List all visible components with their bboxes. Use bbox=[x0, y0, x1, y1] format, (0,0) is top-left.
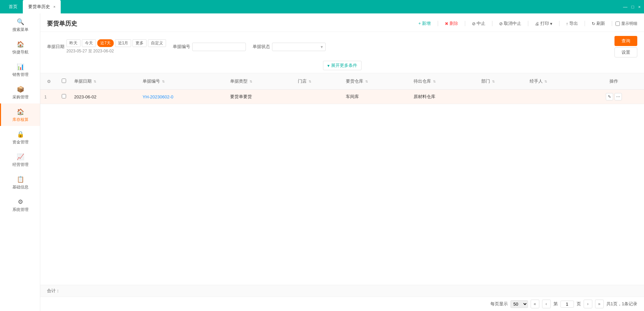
footer-total: 合计： bbox=[47, 288, 60, 293]
table-header-row: ⚙ 单据日期 ⇅ 单据编号 ⇅ bbox=[40, 73, 644, 90]
page-title: 要货单历史 bbox=[47, 19, 77, 28]
show-detail-checkbox-label[interactable]: 显示明细 bbox=[615, 21, 637, 27]
sort-bill-type-icon: ⇅ bbox=[250, 80, 252, 83]
date-btn-today[interactable]: 今天 bbox=[82, 39, 96, 47]
refresh-icon: ↻ bbox=[592, 21, 595, 26]
content-area: 要货单历史 + 新增 ✖ 删除 ⊘ 中止 ⊘ bbox=[40, 13, 644, 311]
sidebar-search-label: 搜索菜单 bbox=[12, 27, 29, 33]
sidebar-item-basic-info[interactable]: 📋 基础信息 bbox=[0, 171, 40, 193]
home-tab-label: 首页 bbox=[9, 4, 17, 10]
sidebar-item-inventory[interactable]: 🏠 库存核算 bbox=[0, 103, 40, 126]
system-icon: ⚙ bbox=[18, 198, 23, 206]
refresh-button[interactable]: ↻ 刷新 bbox=[588, 19, 608, 28]
filter-area: 单据日期 昨天 今天 近7天 近1月 更多 自定义 2023-05-27 至 2… bbox=[40, 32, 644, 73]
export-button[interactable]: ↑ 导出 bbox=[563, 19, 582, 28]
query-button[interactable]: 查询 bbox=[614, 36, 637, 46]
th-dept: 部门 ⇅ bbox=[477, 73, 525, 90]
edit-icon-btn[interactable]: ✎ bbox=[606, 93, 613, 100]
page-header-actions: + 新增 ✖ 删除 ⊘ 中止 ⊘ 取消中止 bbox=[415, 19, 637, 28]
first-page-btn[interactable]: « bbox=[531, 300, 539, 308]
new-button[interactable]: + 新增 bbox=[415, 19, 434, 28]
row-num: 1 bbox=[40, 90, 58, 104]
maximize-icon[interactable]: □ bbox=[632, 4, 634, 9]
close-icon[interactable]: × bbox=[638, 4, 641, 9]
show-detail-checkbox[interactable] bbox=[615, 21, 620, 26]
sidebar-basic-info-label: 基础信息 bbox=[12, 184, 29, 190]
export-icon: ↑ bbox=[566, 21, 569, 26]
sidebar: 🔍 搜索菜单 🏠 快捷导航 📊 销售管理 📦 采购管理 🏠 库存核算 🔒 资金管… bbox=[0, 13, 40, 311]
sidebar-item-sales[interactable]: 📊 销售管理 bbox=[0, 58, 40, 81]
bill-history-tab-label: 要货单历史 bbox=[28, 4, 50, 10]
cell-req-warehouse: 车间库 bbox=[342, 90, 410, 104]
sidebar-sales-label: 销售管理 bbox=[12, 72, 29, 78]
sort-handler-icon: ⇅ bbox=[544, 80, 547, 83]
pagination-bar: 每页显示 50 100 « ‹ 第 页 › » 共1页，1条记录 bbox=[40, 297, 644, 311]
last-page-btn[interactable]: » bbox=[595, 300, 604, 308]
sidebar-item-purchase[interactable]: 📦 采购管理 bbox=[0, 81, 40, 103]
cancel-stop-button[interactable]: ⊘ 取消中止 bbox=[496, 19, 525, 28]
sidebar-item-operations[interactable]: 📈 经营管理 bbox=[0, 148, 40, 171]
next-page-btn[interactable]: › bbox=[584, 300, 592, 308]
operations-icon: 📈 bbox=[17, 153, 24, 161]
date-filter-label: 单据日期 bbox=[47, 44, 64, 50]
finance-icon: 🔒 bbox=[17, 131, 24, 138]
expand-more-button[interactable]: ▾ 展开更多条件 bbox=[323, 61, 362, 70]
date-btn-more[interactable]: 更多 bbox=[132, 39, 147, 47]
sidebar-item-quicknav[interactable]: 🏠 快捷导航 bbox=[0, 36, 40, 58]
cancel-stop-icon: ⊘ bbox=[499, 21, 503, 26]
date-btn-1month[interactable]: 近1月 bbox=[115, 39, 131, 47]
expand-more-icon: ▾ bbox=[327, 63, 330, 68]
more-op-btn[interactable]: ⋯ bbox=[614, 93, 622, 100]
bill-no-link[interactable]: YH-20230602-0 bbox=[143, 94, 173, 99]
delete-button[interactable]: ✖ 删除 bbox=[441, 19, 462, 28]
th-bill-no: 单据编号 ⇅ bbox=[139, 73, 226, 90]
window-controls: — □ × bbox=[623, 4, 641, 9]
print-dropdown-icon: ▾ bbox=[550, 21, 552, 26]
status-filter: 单据状态 ▾ bbox=[253, 43, 326, 51]
row-checkbox[interactable] bbox=[62, 94, 66, 98]
filter-actions: 查询 设置 bbox=[614, 36, 637, 57]
date-btn-yesterday[interactable]: 昨天 bbox=[66, 39, 80, 47]
page-size-select[interactable]: 50 100 bbox=[511, 300, 528, 308]
setting-button[interactable]: 设置 bbox=[614, 47, 637, 57]
close-tab-icon[interactable]: × bbox=[53, 5, 55, 9]
sort-dept-icon: ⇅ bbox=[492, 80, 495, 83]
sort-store-icon: ⇅ bbox=[309, 80, 311, 83]
page-header: 要货单历史 + 新增 ✖ 删除 ⊘ 中止 ⊘ bbox=[40, 13, 644, 32]
th-pending-warehouse: 待出仓库 ⇅ bbox=[410, 73, 477, 90]
bill-no-label: 单据编号 bbox=[173, 44, 190, 50]
bill-no-input[interactable] bbox=[192, 43, 246, 51]
tab-bill-history[interactable]: 要货单历史 × bbox=[23, 0, 61, 13]
th-handler: 经手人 ⇅ bbox=[526, 73, 584, 90]
row-checkbox-cell bbox=[58, 90, 70, 104]
cell-date: 2023-06-02 bbox=[70, 90, 139, 104]
th-req-warehouse: 要货仓库 ⇅ bbox=[342, 73, 410, 90]
stop-button[interactable]: ⊘ 中止 bbox=[469, 19, 489, 28]
sidebar-item-finance[interactable]: 🔒 资金管理 bbox=[0, 126, 40, 148]
select-all-checkbox[interactable] bbox=[62, 79, 66, 83]
sort-bill-no-icon: ⇅ bbox=[162, 80, 165, 83]
sort-pending-warehouse-icon: ⇅ bbox=[433, 80, 436, 83]
table-settings-icon[interactable]: ⚙ bbox=[44, 77, 54, 86]
page-label-after: 页 bbox=[577, 301, 581, 307]
sort-req-warehouse-icon: ⇅ bbox=[365, 80, 368, 83]
table-row: 1 2023-06-02 YH-20230602-0 要货单要货 车间库 bbox=[40, 90, 644, 104]
print-button[interactable]: 🖨 打印 ▾ bbox=[532, 19, 556, 28]
per-page-label: 每页显示 bbox=[490, 301, 508, 307]
tab-home[interactable]: 首页 bbox=[3, 0, 23, 13]
prev-page-btn[interactable]: ‹ bbox=[542, 300, 551, 308]
date-btn-custom[interactable]: 自定义 bbox=[148, 39, 166, 47]
page-number-input[interactable] bbox=[560, 301, 574, 308]
sidebar-item-search[interactable]: 🔍 搜索菜单 bbox=[0, 13, 40, 36]
status-select[interactable] bbox=[272, 43, 326, 51]
filter-row: 单据日期 昨天 今天 近7天 近1月 更多 自定义 2023-05-27 至 2… bbox=[47, 36, 637, 57]
cell-bill-type: 要货单要货 bbox=[226, 90, 294, 104]
page-label-before: 第 bbox=[553, 301, 558, 307]
table-footer: 合计： bbox=[40, 285, 644, 297]
sidebar-quicknav-label: 快捷导航 bbox=[12, 49, 29, 55]
minimize-icon[interactable]: — bbox=[623, 4, 628, 9]
sidebar-item-system[interactable]: ⚙ 系统管理 bbox=[0, 193, 40, 216]
date-btn-7days[interactable]: 近7天 bbox=[97, 39, 114, 47]
cell-handler bbox=[526, 90, 584, 104]
sidebar-operations-label: 经营管理 bbox=[12, 162, 29, 168]
